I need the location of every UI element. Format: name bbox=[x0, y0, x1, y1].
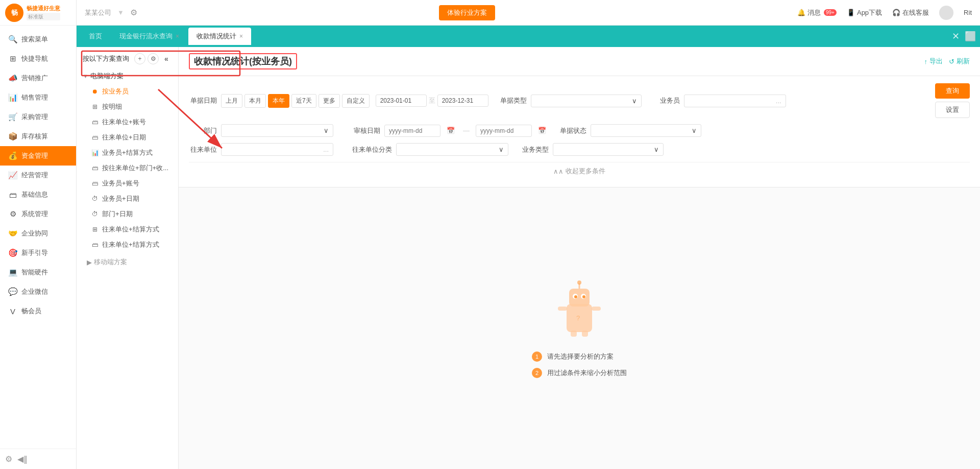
scheme-item-by-salesperson[interactable]: ⏺ 按业务员 bbox=[79, 84, 176, 99]
detail-icon: ⊞ bbox=[91, 103, 99, 111]
review-date-calendar-end[interactable]: 📅 bbox=[538, 127, 546, 134]
scheme-item-by-detail[interactable]: ⊞ 按明细 bbox=[79, 99, 176, 114]
filter-row-2: 部门 ∨ 审核日期 📅 — 📅 bbox=[189, 124, 970, 137]
date-btn-custom[interactable]: 自定义 bbox=[342, 94, 370, 108]
window-close-icon[interactable]: ✕ bbox=[952, 31, 960, 42]
scheme-item-salesperson-settlement[interactable]: 📊 业务员+结算方式 bbox=[79, 145, 176, 160]
svg-rect-1 bbox=[569, 289, 590, 307]
scheme-item-salesperson-account[interactable]: 🗃 业务员+账号 bbox=[79, 176, 176, 191]
export-button[interactable]: ↑ 导出 bbox=[924, 57, 943, 66]
tab-home-label: 首页 bbox=[89, 32, 102, 41]
partner-category-select[interactable]: ∨ bbox=[396, 143, 508, 156]
mobile-arrow-icon: ▶ bbox=[87, 259, 92, 266]
salesperson-more-icon[interactable]: ... bbox=[776, 97, 781, 105]
scheme-item-salesperson-date[interactable]: ⏱ 业务员+日期 bbox=[79, 191, 176, 206]
business-type-select[interactable]: ∨ bbox=[553, 143, 664, 156]
date-start-input[interactable] bbox=[376, 95, 427, 107]
empty-state: ? 1 请先选择要分析的方案 2 用过滤条件来缩小分析范围 bbox=[179, 187, 980, 469]
sidebar-item-guide[interactable]: 🎯 新手引导 bbox=[0, 243, 76, 263]
desktop-scheme-header[interactable]: ▼ 电脑端方案 bbox=[79, 68, 176, 84]
trial-button[interactable]: 体验行业方案 bbox=[439, 5, 495, 20]
sidebar-item-marketing[interactable]: 📣 营销推广 bbox=[0, 68, 76, 88]
svg-text:?: ? bbox=[576, 314, 580, 322]
window-maximize-icon[interactable]: ⬜ bbox=[965, 31, 976, 42]
sidebar-label-basic: 基础信息 bbox=[21, 190, 48, 199]
dept-select[interactable]: ∨ bbox=[221, 124, 333, 137]
grid-icon: ⊞ bbox=[8, 54, 17, 63]
filter-panel-header: 按以下方案查询 + ⚙ « bbox=[77, 53, 178, 68]
svg-rect-11 bbox=[582, 331, 588, 337]
sidebar-collapse-icon[interactable]: ◀‖ bbox=[17, 454, 28, 464]
sales-icon: 📊 bbox=[8, 93, 17, 102]
date-btn-more[interactable]: 更多 bbox=[318, 94, 340, 108]
tab-bank[interactable]: 现金银行流水查询 × bbox=[111, 28, 187, 45]
scheme-item-partner-settlement2[interactable]: 🗃 往来单位+结算方式 bbox=[79, 237, 176, 252]
sidebar-item-quick[interactable]: ⊞ 快捷导航 bbox=[0, 49, 76, 68]
refresh-button[interactable]: ↺ 刷新 bbox=[949, 57, 970, 66]
scheme-item-partner-date[interactable]: 🗃 往来单位+日期 bbox=[79, 130, 176, 145]
tab-home[interactable]: 首页 bbox=[81, 28, 110, 45]
date-end-input[interactable] bbox=[437, 95, 488, 107]
header-settings-icon[interactable]: ⚙ bbox=[130, 8, 137, 17]
salesperson-select[interactable]: ... bbox=[684, 95, 786, 107]
query-button[interactable]: 查询 bbox=[935, 83, 970, 99]
online-service-action[interactable]: 🎧 在线客服 bbox=[892, 8, 929, 17]
tab-bank-close[interactable]: × bbox=[176, 33, 179, 40]
bill-type-select[interactable]: ∨ bbox=[531, 95, 642, 107]
sidebar-item-vip[interactable]: V 畅会员 bbox=[0, 301, 76, 321]
sidebar-item-purchase[interactable]: 🛒 采购管理 bbox=[0, 107, 76, 127]
partner-select[interactable]: ... bbox=[221, 143, 333, 156]
scheme-item-partner-dept[interactable]: 🗃 按往来单位+部门+收... bbox=[79, 160, 176, 176]
sidebar-label-marketing: 营销推广 bbox=[21, 74, 48, 83]
date-btn-this-year[interactable]: 本年 bbox=[268, 94, 289, 108]
mobile-scheme-header[interactable]: ▶ 移动端方案 bbox=[79, 254, 176, 270]
review-date-dash: — bbox=[463, 127, 470, 134]
date-btn-this-month[interactable]: 本月 bbox=[244, 94, 266, 108]
sidebar-item-corp[interactable]: 🤝 企业协同 bbox=[0, 224, 76, 243]
sidebar-item-search[interactable]: 🔍 搜索菜单 bbox=[0, 30, 76, 49]
panel-collapse-button[interactable]: « bbox=[161, 53, 172, 64]
user-avatar[interactable] bbox=[939, 6, 953, 20]
sidebar-item-sales[interactable]: 📊 销售管理 bbox=[0, 88, 76, 107]
tab-collection-close[interactable]: × bbox=[239, 33, 243, 40]
sidebar-item-finance[interactable]: 💰 资金管理 bbox=[0, 146, 76, 166]
partner-more-icon[interactable]: ... bbox=[323, 146, 329, 153]
salesperson-icon: ⏺ bbox=[91, 87, 99, 96]
sidebar-item-inventory[interactable]: 📦 库存核算 bbox=[0, 127, 76, 146]
tab-collection[interactable]: 收款情况统计 × bbox=[188, 28, 251, 45]
sidebar-settings-icon[interactable]: ⚙ bbox=[5, 454, 12, 464]
sidebar-item-operation[interactable]: 📈 经营管理 bbox=[0, 166, 76, 185]
tab-collection-label: 收款情况统计 bbox=[197, 32, 236, 41]
salesperson-label: 业务员 bbox=[652, 96, 680, 105]
review-date-calendar-start[interactable]: 📅 bbox=[447, 127, 455, 134]
filter-settings-button[interactable]: 设置 bbox=[935, 102, 970, 118]
sidebar-item-wechat[interactable]: 💬 企业微信 bbox=[0, 282, 76, 301]
review-date-end[interactable] bbox=[476, 125, 532, 137]
app-download-action[interactable]: 📱 App下载 bbox=[847, 8, 882, 17]
filter-row-1: 单据日期 上月 本月 本年 近7天 更多 自定义 至 bbox=[189, 83, 970, 118]
bill-type-filter-item: 单据类型 ∨ bbox=[499, 95, 642, 107]
scheme-item-partner-account[interactable]: 🗃 往来单位+账号 bbox=[79, 114, 176, 130]
scheme-label-partner-account: 往来单位+账号 bbox=[102, 118, 146, 127]
bill-status-select[interactable]: ∨ bbox=[591, 124, 701, 137]
add-scheme-button[interactable]: + bbox=[134, 53, 145, 64]
sidebar-item-system[interactable]: ⚙ 系统管理 bbox=[0, 204, 76, 224]
scheme-item-partner-settlement1[interactable]: ⊞ 往来单位+结算方式 bbox=[79, 222, 176, 237]
collapse-icon: ∧∧ bbox=[553, 168, 564, 175]
sidebar-item-basic[interactable]: 🗃 基础信息 bbox=[0, 185, 76, 204]
notifications-action[interactable]: 🔔 消息 99+ bbox=[797, 8, 837, 17]
scheme-item-dept-date[interactable]: ⏱ 部门+日期 bbox=[79, 206, 176, 222]
content-header: 收款情况统计(按业务员) ↑ 导出 ↺ 刷新 bbox=[179, 47, 980, 76]
empty-illustration: ? bbox=[549, 278, 610, 341]
dept-label: 部门 bbox=[189, 126, 217, 135]
wechat-icon: 💬 bbox=[8, 287, 17, 296]
logo-icon: 畅 bbox=[5, 4, 23, 22]
sidebar-item-hardware[interactable]: 💻 智能硬件 bbox=[0, 263, 76, 282]
sidebar-label-guide: 新手引导 bbox=[21, 248, 48, 257]
date-btn-last-month[interactable]: 上月 bbox=[221, 94, 242, 108]
page-title-area: 收款情况统计(按业务员) bbox=[189, 53, 297, 69]
review-date-start[interactable] bbox=[384, 125, 440, 137]
scheme-settings-button[interactable]: ⚙ bbox=[148, 53, 159, 64]
date-btn-7days[interactable]: 近7天 bbox=[291, 94, 316, 108]
collapse-conditions-bar[interactable]: ∧∧ 收起更多条件 bbox=[189, 162, 970, 180]
